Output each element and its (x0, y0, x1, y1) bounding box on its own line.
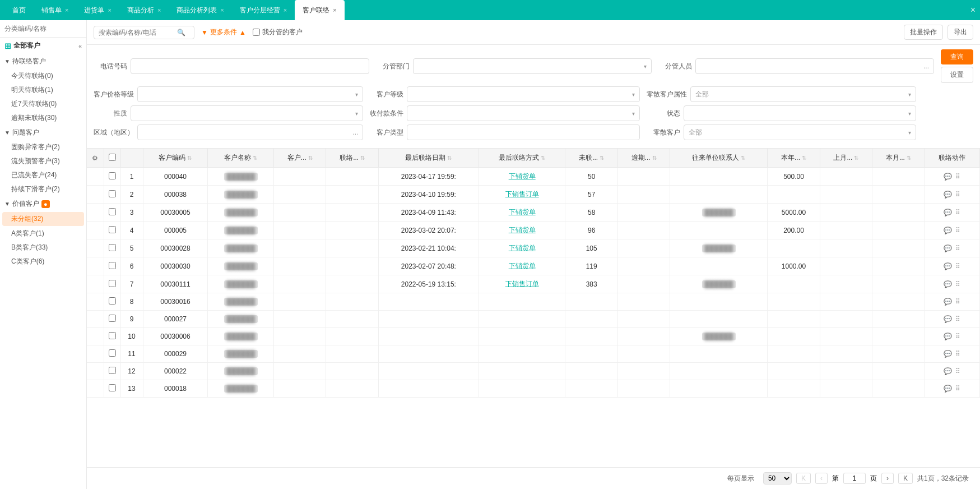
more-icon[interactable]: ⠿ (955, 173, 960, 181)
th-this-month[interactable]: 本月...⇅ (872, 149, 925, 168)
th-gear[interactable]: ⚙ (87, 149, 104, 168)
th-name[interactable]: 客户名称⇅ (208, 149, 274, 168)
message-icon[interactable]: 💬 (944, 209, 952, 216)
row-check[interactable] (109, 349, 116, 357)
cell-check[interactable] (104, 328, 120, 345)
next-page-button[interactable]: › (881, 473, 894, 484)
row-check[interactable] (109, 332, 116, 339)
nav-product-analysis[interactable]: 商品分析 × (119, 0, 169, 20)
my-customers-checkbox[interactable]: 我分管的客户 (253, 27, 303, 37)
export-button[interactable]: 导出 (948, 25, 973, 40)
more-icon[interactable]: ⠿ (955, 298, 960, 306)
row-check[interactable] (109, 367, 116, 374)
payment-select[interactable]: ▾ (407, 105, 639, 121)
th-this-year[interactable]: 本年...⇅ (768, 149, 820, 168)
cell-last-method[interactable]: 下销售订单 (479, 275, 565, 293)
nav-product-analysis-list-close[interactable]: × (220, 7, 224, 13)
nav-purchase-close[interactable]: × (108, 7, 111, 13)
more-icon[interactable]: ⠿ (955, 333, 960, 340)
th-check[interactable] (104, 149, 120, 168)
row-check[interactable] (109, 190, 116, 197)
reset-button[interactable]: 设置 (941, 67, 973, 83)
sidebar-item-lost[interactable]: 已流失客户(24) (0, 168, 86, 182)
nav-purchase[interactable]: 进货单 × (76, 0, 119, 20)
cell-check[interactable] (104, 204, 120, 222)
nav-product-analysis-close[interactable]: × (157, 7, 161, 13)
more-icon[interactable]: ⠿ (955, 262, 960, 270)
row-check[interactable] (109, 315, 116, 322)
row-check[interactable] (109, 280, 116, 287)
sidebar-item-declining[interactable]: 持续下滑客户(2) (0, 182, 86, 196)
nav-sales-close[interactable]: × (65, 7, 68, 13)
nav-customer-contact[interactable]: 客户联络 × (295, 0, 344, 20)
cell-check[interactable] (104, 380, 120, 398)
last-page-button[interactable]: K (898, 473, 913, 484)
search-icon[interactable]: 🔍 (177, 29, 185, 36)
check-all[interactable] (109, 154, 116, 161)
row-check[interactable] (109, 226, 116, 233)
message-icon[interactable]: 💬 (944, 262, 952, 270)
status-select[interactable]: ▾ (684, 105, 916, 121)
cell-last-method[interactable]: 下销货单 (479, 257, 565, 275)
my-customers-check[interactable] (253, 29, 260, 36)
cell-check[interactable] (104, 363, 120, 380)
cell-last-method[interactable] (479, 345, 565, 363)
message-icon[interactable]: 💬 (944, 227, 952, 234)
more-icon[interactable]: ⠿ (955, 350, 960, 358)
cell-last-method[interactable] (479, 328, 565, 345)
sidebar-search-input[interactable] (4, 25, 87, 33)
row-check[interactable] (109, 297, 116, 305)
sidebar-item-group-b[interactable]: B类客户(33) (0, 241, 86, 255)
cell-last-method[interactable] (479, 380, 565, 398)
cell-check[interactable] (104, 222, 120, 239)
row-check[interactable] (109, 244, 116, 251)
cell-check[interactable] (104, 293, 120, 311)
th-last-method[interactable]: 最后联络方式⇅ (479, 149, 565, 168)
retail-attr-select[interactable]: 全部▾ (690, 86, 916, 102)
page-size-select[interactable]: 50 100 200 (763, 472, 792, 485)
cell-last-method[interactable]: 下销货单 (479, 222, 565, 239)
value-customers-group[interactable]: ▼ 价值客户 ● (0, 196, 86, 211)
th-code[interactable]: 客户编码⇅ (143, 149, 208, 168)
cell-last-method[interactable]: 下销货单 (479, 239, 565, 257)
message-icon[interactable]: 💬 (944, 280, 952, 288)
sidebar-item-group-a[interactable]: A类客户(1) (0, 227, 86, 241)
region-input[interactable]: ... (137, 124, 363, 140)
th-last-date[interactable]: 最后联络日期⇅ (378, 149, 479, 168)
sidebar-item-week[interactable]: 近7天待联络(0) (0, 97, 86, 111)
th-type[interactable]: 客户...⇅ (274, 149, 326, 168)
nav-customer-segment[interactable]: 客户分层经营 × (232, 0, 295, 20)
person-input[interactable]: ... (695, 58, 934, 74)
cell-check[interactable] (104, 275, 120, 293)
more-icon[interactable]: ⠿ (955, 367, 960, 375)
cell-check[interactable] (104, 257, 120, 275)
th-liaison[interactable]: 往来单位联系人⇅ (670, 149, 768, 168)
cell-last-method[interactable] (479, 363, 565, 380)
cell-last-method[interactable]: 下销货单 (479, 168, 565, 186)
nature-select[interactable]: ▾ (131, 105, 363, 121)
row-check[interactable] (109, 172, 116, 179)
search-input[interactable] (99, 29, 177, 36)
sidebar-item-tomorrow[interactable]: 明天待联络(1) (0, 83, 86, 97)
sidebar-item-churn-risk[interactable]: 流失预警客户(3) (0, 154, 86, 168)
row-check[interactable] (109, 262, 116, 269)
message-icon[interactable]: 💬 (944, 367, 952, 375)
nav-sales[interactable]: 销售单 × (34, 0, 76, 20)
th-overdue[interactable]: 逾期...⇅ (617, 149, 670, 168)
more-filters-button[interactable]: ▼ 更多条件 ▲ (201, 27, 246, 37)
message-icon[interactable]: 💬 (944, 173, 952, 181)
nav-product-analysis-list[interactable]: 商品分析列表 × (169, 0, 231, 20)
nav-home[interactable]: 首页 (4, 0, 34, 20)
phone-input[interactable] (131, 58, 369, 74)
cell-last-method[interactable]: 下销售订单 (479, 186, 565, 204)
sidebar-item-group-c[interactable]: C类客户(6) (0, 255, 86, 269)
page-input[interactable] (843, 473, 866, 484)
prev-page-button[interactable]: ‹ (815, 473, 828, 484)
more-icon[interactable]: ⠿ (955, 191, 960, 199)
message-icon[interactable]: 💬 (944, 245, 952, 252)
cell-last-method[interactable] (479, 293, 565, 311)
cell-check[interactable] (104, 345, 120, 363)
retail-customer-select[interactable]: 全部▾ (684, 124, 916, 140)
th-last-month[interactable]: 上月...⇅ (820, 149, 872, 168)
message-icon[interactable]: 💬 (944, 385, 952, 393)
